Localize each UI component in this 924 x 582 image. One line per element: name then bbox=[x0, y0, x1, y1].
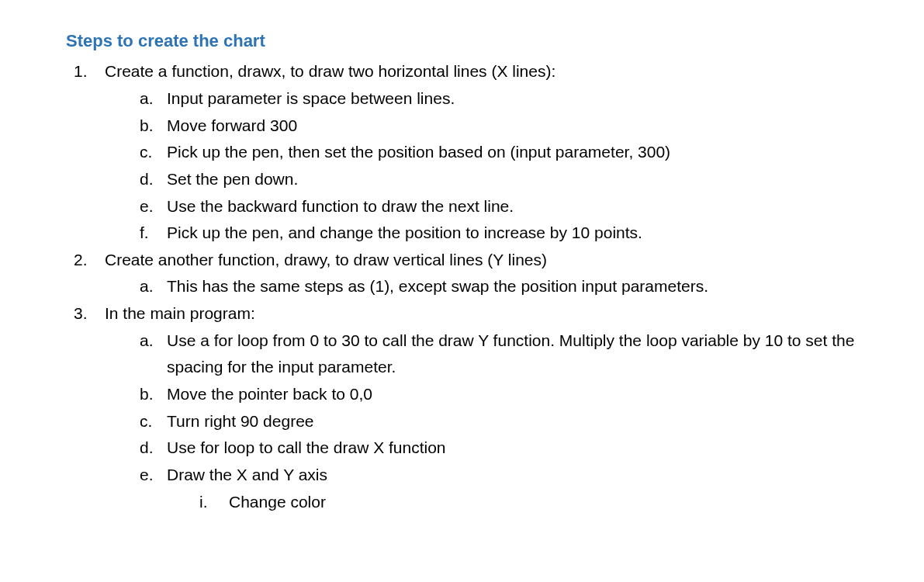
list-text: In the main program: bbox=[105, 304, 255, 322]
list-item: i. Change color bbox=[229, 489, 858, 516]
list-marker: d. bbox=[140, 166, 163, 193]
list-marker: a. bbox=[140, 273, 163, 300]
list-marker: e. bbox=[140, 462, 163, 489]
list-marker: a. bbox=[140, 327, 163, 355]
list-item: b. Move the pointer back to 0,0 bbox=[167, 381, 858, 408]
list-marker: d. bbox=[140, 435, 163, 462]
list-text: Pick up the pen, then set the position b… bbox=[167, 143, 670, 161]
list-item: c. Turn right 90 degree bbox=[167, 408, 858, 435]
list-item: 1. Create a function, drawx, to draw two… bbox=[105, 58, 858, 246]
list-item: e. Use the backward function to draw the… bbox=[167, 193, 858, 220]
list-text: Use the backward function to draw the ne… bbox=[167, 197, 514, 215]
list-text: Set the pen down. bbox=[167, 170, 298, 188]
list-text: Use a for loop from 0 to 30 to call the … bbox=[167, 331, 854, 376]
list-text: Create another function, drawy, to draw … bbox=[105, 251, 547, 268]
list-marker: 2. bbox=[74, 247, 97, 274]
document-heading: Steps to create the chart bbox=[66, 27, 858, 55]
list-marker: c. bbox=[140, 408, 163, 435]
sub-sub-list: i. Change color bbox=[167, 489, 858, 516]
list-marker: f. bbox=[140, 220, 163, 247]
main-list: 1. Create a function, drawx, to draw two… bbox=[66, 58, 858, 515]
sub-list: a. This has the same steps as (1), excep… bbox=[105, 273, 858, 300]
list-text: Change color bbox=[229, 493, 326, 511]
list-item: c. Pick up the pen, then set the positio… bbox=[167, 139, 858, 166]
list-text: Draw the X and Y axis bbox=[167, 466, 327, 483]
list-text: Move forward 300 bbox=[167, 116, 297, 134]
list-item: a. This has the same steps as (1), excep… bbox=[167, 273, 858, 300]
list-item: d. Use for loop to call the draw X funct… bbox=[167, 435, 858, 462]
list-marker: c. bbox=[140, 139, 163, 166]
list-text: Use for loop to call the draw X function bbox=[167, 438, 446, 456]
list-marker: 3. bbox=[74, 300, 97, 327]
list-text: This has the same steps as (1), except s… bbox=[167, 277, 708, 295]
list-item: 2. Create another function, drawy, to dr… bbox=[105, 247, 858, 300]
list-marker: b. bbox=[140, 113, 163, 140]
list-item: a. Use a for loop from 0 to 30 to call t… bbox=[167, 327, 858, 381]
list-text: Input parameter is space between lines. bbox=[167, 89, 455, 107]
list-marker: b. bbox=[140, 381, 163, 408]
list-text: Move the pointer back to 0,0 bbox=[167, 385, 372, 403]
list-text: Turn right 90 degree bbox=[167, 412, 314, 430]
sub-list: a. Input parameter is space between line… bbox=[105, 85, 858, 247]
sub-list: a. Use a for loop from 0 to 30 to call t… bbox=[105, 327, 858, 515]
list-item: a. Input parameter is space between line… bbox=[167, 85, 858, 113]
list-marker: i. bbox=[199, 489, 223, 516]
list-item: e. Draw the X and Y axis i. Change color bbox=[167, 462, 858, 515]
list-item: d. Set the pen down. bbox=[167, 166, 858, 193]
list-item: f. Pick up the pen, and change the posit… bbox=[167, 220, 858, 247]
list-item: 3. In the main program: a. Use a for loo… bbox=[105, 300, 858, 515]
list-marker: a. bbox=[140, 85, 163, 113]
list-marker: e. bbox=[140, 193, 163, 220]
list-item: b. Move forward 300 bbox=[167, 113, 858, 140]
list-text: Create a function, drawx, to draw two ho… bbox=[105, 62, 555, 80]
list-marker: 1. bbox=[74, 58, 97, 85]
list-text: Pick up the pen, and change the position… bbox=[167, 223, 642, 241]
